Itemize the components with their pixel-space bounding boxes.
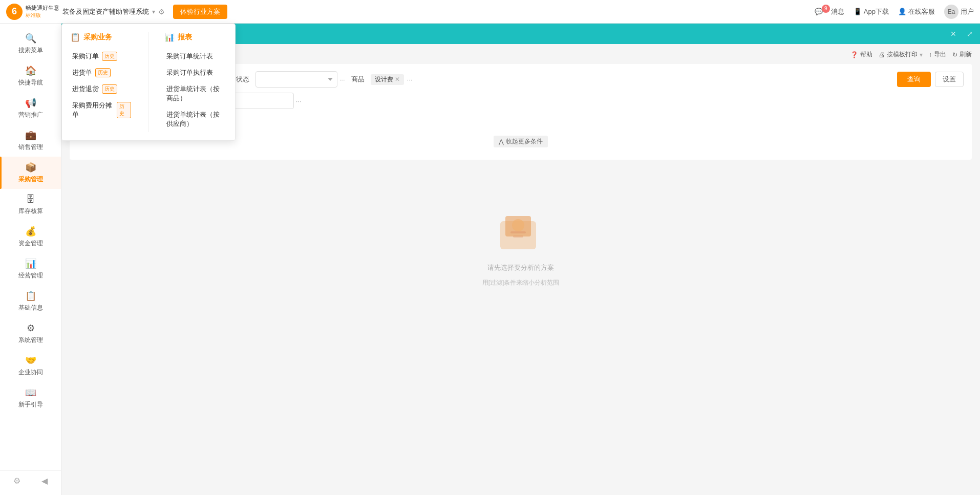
sidebar-item-sales[interactable]: 💼 销售管理 [0,124,61,157]
dropdown-item-report-4-label: 进货单统计表（按供应商） [166,110,225,128]
topbar: 6 畅捷通好生意 标准版 装备及固定资产辅助管理系统 ▾ ⚙ 体验行业方案 💬 … [0,0,980,24]
sidebar-item-finance[interactable]: 💰 资金管理 [0,221,61,253]
logo-icon: 6 [6,4,23,20]
sidebar: 🔍 搜索菜单 🏠 快捷导航 📢 营销推广 💼 销售管理 📦 采购管理 🗄 库存核… [0,24,61,495]
phone-icon: 📱 [854,8,862,15]
goods-more-icon[interactable]: ··· [407,76,413,83]
export-icon: ↑ [929,51,932,58]
dropdown-divider [148,32,149,132]
finance-icon: 💰 [25,226,36,237]
svg-rect-3 [510,231,526,233]
purchase-col-title-text: 采购业务 [83,33,112,42]
sidebar-item-quicknav[interactable]: 🏠 快捷导航 [0,60,61,92]
home-icon: 🏠 [25,65,36,76]
export-btn[interactable]: ↑ 导出 [929,50,946,59]
collapse-arrow-icon: ⋀ [499,138,504,145]
sidebar-item-baseinfo[interactable]: 📋 基础信息 [0,285,61,317]
industry-btn[interactable]: 体验行业方案 [173,5,227,19]
dropdown-item-report-1[interactable]: 采购订单统计表 [164,48,227,64]
sidebar-item-marketing[interactable]: 📢 营销推广 [0,92,61,124]
voucher-status-select[interactable] [255,71,337,88]
dropdown-item-return[interactable]: 进货退货 历史 [70,81,133,97]
svg-rect-4 [513,235,523,238]
system-name: 装备及固定资产辅助管理系统 [62,7,149,16]
export-label: 导出 [934,50,946,59]
sidebar-item-operations[interactable]: 📊 经营管理 [0,253,61,285]
goods-tag: 设计费 ✕ [371,74,404,85]
goods-tag-close-icon[interactable]: ✕ [395,76,400,83]
sidebar-item-guide[interactable]: 📖 新手引导 [0,382,61,414]
dropdown-item-report-4[interactable]: 进货单统计表（按供应商） [164,106,227,132]
empty-hint2: 用[过滤]条件来缩小分析范围 [482,278,560,287]
purchase-col-icon: 📋 [70,32,80,42]
sidebar-label-inventory: 库存核算 [18,207,43,216]
sidebar-label-quicknav: 快捷导航 [18,78,43,87]
sidebar-label-operations: 经营管理 [18,271,43,280]
close-all-btn[interactable]: ✕ [946,27,961,41]
print-arrow-icon: ▾ [920,51,923,58]
brand-name: 畅捷通好生意 [26,4,59,11]
system-info: 装备及固定资产辅助管理系统 ▾ ⚙ 体验行业方案 [62,5,815,19]
goods-tag-text: 设计费 [375,75,393,84]
system-gear-icon[interactable]: ⚙ [158,8,165,16]
purchase-icon: 📦 [25,162,36,173]
sidebar-item-search[interactable]: 🔍 搜索菜单 [0,28,61,60]
refresh-icon: ↻ [952,51,957,58]
fullscreen-btn[interactable]: ⤢ [963,27,977,41]
dropdown-item-report-3[interactable]: 进货单统计表（按商品） [164,81,227,106]
sidebar-collapse-btn[interactable]: ◀ [41,476,48,486]
system-arrow-icon[interactable]: ▾ [152,8,155,15]
setting-btn[interactable]: 设置 [935,72,964,87]
collapse-btn[interactable]: ⋀ 收起更多条件 [494,136,548,147]
user-label: 用户 [961,7,974,16]
guide-icon: 📖 [25,387,36,398]
sidebar-item-purchase[interactable]: 📦 采购管理 [0,157,61,189]
dropdown-item-return-label: 进货退货 [72,84,99,94]
user-btn[interactable]: Ea 用户 [944,5,974,19]
sidebar-label-finance: 资金管理 [18,239,43,248]
sidebar-item-system[interactable]: ⚙ 系统管理 [0,317,61,350]
dropdown-item-incoming[interactable]: 进货单 历史 [70,64,133,81]
print-btn[interactable]: 🖨 按模板打印 ▾ [879,50,923,59]
history-badge-1: 历史 [95,68,111,77]
query-btn[interactable]: 查询 [897,72,931,87]
sidebar-label-marketing: 营销推广 [18,111,43,119]
dropdown-item-report-1-label: 采购订单统计表 [166,52,213,61]
refresh-btn[interactable]: ↻ 刷新 [952,50,972,59]
avatar: Ea [944,5,958,19]
empty-hint1: 请先选择要分析的方案 [487,263,554,272]
dropdown-item-purchase-order[interactable]: 采购订单 历史 [70,48,133,64]
dropdown-item-purchase-order-label: 采购订单 [72,52,99,61]
message-btn[interactable]: 💬 9 消息 [815,7,844,16]
dropdown-item-expense[interactable]: 采购费用分摊单 历史 [70,97,133,123]
system-icon: ⚙ [27,322,35,334]
empty-state: 请先选择要分析的方案 用[过滤]条件来缩小分析范围 [70,165,972,328]
sales-icon: 💼 [25,130,36,141]
sidebar-item-inventory[interactable]: 🗄 库存核算 [0,189,61,221]
tabs-bar-right: ✕ ⤢ [946,27,977,41]
print-label: 按模板打印 [887,50,918,59]
help-btn[interactable]: ❓ 帮助 [850,50,872,59]
toolbar-right: ❓ 帮助 🖨 按模板打印 ▾ ↑ 导出 ↻ 刷新 [850,50,972,59]
report-col-title: 📊 报表 [164,32,227,42]
history-badge-0: 历史 [102,52,117,61]
dropdown-item-report-2[interactable]: 采购订单执行表 [164,64,227,81]
sidebar-settings-btn[interactable]: ⚙ [13,476,20,486]
refresh-label: 刷新 [960,50,972,59]
marketing-icon: 📢 [25,97,36,109]
sidebar-label-search: 搜索菜单 [18,46,43,55]
operations-icon: 📊 [25,258,36,269]
collapse-label: 收起更多条件 [506,137,543,146]
sidebar-item-collab[interactable]: 🤝 企业协同 [0,350,61,382]
salesperson-more-icon[interactable]: ··· [296,97,302,105]
app-download-btn[interactable]: 📱 App下载 [854,7,889,16]
voucher-status-more-icon[interactable]: ··· [339,76,345,83]
sidebar-label-baseinfo: 基础信息 [18,304,43,312]
report-col: 📊 报表 采购订单统计表 采购订单执行表 进货单统计表（按商品） 进货单统计表（… [164,32,227,132]
goods-label: 商品 [351,75,365,84]
sidebar-label-purchase: 采购管理 [18,175,43,184]
report-col-icon: 📊 [164,32,175,42]
history-badge-3: 历史 [117,102,131,118]
online-service-btn[interactable]: 👤 在线客服 [898,7,935,16]
dropdown-item-report-2-label: 采购订单执行表 [166,68,213,77]
